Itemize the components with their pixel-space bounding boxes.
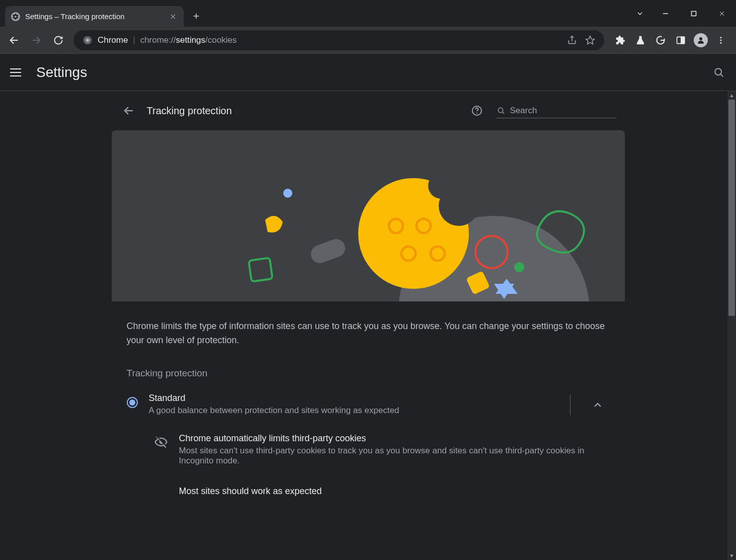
browser-menu-icon[interactable]	[714, 33, 728, 47]
bookmark-star-icon[interactable]	[585, 35, 595, 45]
content-column: Tracking protection	[112, 91, 625, 502]
extensions-puzzle-icon[interactable]	[613, 33, 627, 47]
option-divider	[570, 395, 570, 415]
svg-line-24	[720, 74, 723, 76]
nav-forward-button[interactable]	[26, 30, 46, 50]
chrome-icon	[83, 35, 93, 45]
radio-standard[interactable]	[127, 397, 138, 408]
settings-search-button[interactable]	[712, 65, 726, 79]
svg-point-33	[428, 173, 454, 199]
tab-title: Settings – Tracking protection	[25, 12, 163, 21]
tracking-illustration	[112, 130, 625, 301]
nav-reload-button[interactable]	[48, 30, 68, 50]
detail-cookies-body: Most sites can't use third-party cookies…	[179, 446, 610, 466]
gear-icon	[11, 12, 20, 21]
svg-point-43	[283, 189, 292, 198]
detail-compat-title: Most sites should work as expected	[179, 486, 610, 497]
new-tab-button[interactable]	[188, 8, 205, 25]
svg-point-39	[514, 262, 524, 272]
omnibox-separator: |	[133, 36, 135, 45]
browser-toolbar: Chrome | chrome://settings/cookies	[0, 27, 736, 54]
share-icon[interactable]	[567, 35, 577, 45]
svg-rect-5	[692, 11, 696, 16]
page-description: Chrome limits the type of information si…	[112, 301, 625, 348]
settings-viewport: Tracking protection	[0, 91, 736, 560]
page-header: Tracking protection	[112, 91, 625, 130]
page-search-field[interactable]	[496, 104, 617, 118]
visibility-off-icon	[154, 435, 168, 449]
omnibox-url: chrome://settings/cookies	[140, 35, 237, 45]
nav-back-button[interactable]	[4, 30, 24, 50]
svg-point-27	[476, 113, 477, 114]
svg-point-22	[720, 42, 722, 43]
close-tab-icon[interactable]	[169, 12, 178, 21]
svg-point-28	[498, 108, 503, 112]
page-title: Tracking protection	[147, 105, 232, 117]
extension-icons	[609, 33, 732, 47]
menu-hamburger-icon[interactable]	[10, 65, 24, 79]
scrollbar-up-arrow[interactable]: ▲	[727, 91, 736, 100]
search-icon	[497, 106, 505, 115]
vertical-scrollbar[interactable]: ▲ ▼	[727, 91, 736, 560]
svg-point-23	[715, 68, 721, 75]
svg-rect-44	[308, 236, 347, 266]
window-close-button[interactable]	[708, 4, 736, 24]
svg-rect-18	[681, 37, 685, 43]
window-minimize-button[interactable]	[651, 4, 680, 24]
section-label: Tracking protection	[112, 348, 625, 379]
svg-point-19	[699, 37, 702, 40]
settings-header: Settings	[0, 54, 736, 91]
help-icon[interactable]	[470, 104, 484, 118]
omnibox-origin-label: Chrome	[98, 35, 128, 45]
tab-search-button[interactable]	[628, 4, 651, 24]
detail-cookies-row: Chrome automatically limits third-party …	[112, 417, 625, 466]
side-panel-icon[interactable]	[674, 33, 688, 47]
google-g-icon[interactable]	[653, 33, 668, 47]
browser-tab[interactable]: Settings – Tracking protection	[5, 6, 184, 27]
labs-flask-icon[interactable]	[633, 33, 647, 47]
detail-cookies-title: Chrome automatically limits third-party …	[179, 433, 610, 444]
svg-point-21	[720, 39, 722, 41]
placeholder-icon	[154, 488, 168, 502]
window-titlebar: Settings – Tracking protection	[0, 0, 736, 27]
app-title: Settings	[36, 64, 87, 81]
svg-line-29	[502, 112, 504, 114]
option-standard-row[interactable]: Standard A good balance between protecti…	[112, 379, 625, 417]
svg-marker-14	[586, 36, 595, 44]
omnibox[interactable]: Chrome | chrome://settings/cookies	[73, 30, 604, 50]
svg-point-20	[720, 37, 722, 38]
option-standard-subtitle: A good balance between protection and si…	[149, 406, 555, 416]
svg-rect-45	[249, 258, 272, 281]
scrollbar-thumb[interactable]	[728, 100, 735, 316]
profile-avatar[interactable]	[694, 33, 708, 47]
expand-collapse-button[interactable]	[586, 393, 610, 417]
window-controls	[628, 0, 736, 27]
page-search-input[interactable]	[510, 106, 616, 116]
page-back-button[interactable]	[120, 102, 138, 120]
window-maximize-button[interactable]	[680, 4, 708, 24]
detail-compat-row: Most sites should work as expected	[112, 466, 625, 502]
content-card	[112, 130, 625, 301]
scrollbar-down-arrow[interactable]: ▼	[727, 551, 736, 560]
option-standard-title: Standard	[149, 393, 555, 404]
svg-point-12	[87, 39, 89, 41]
